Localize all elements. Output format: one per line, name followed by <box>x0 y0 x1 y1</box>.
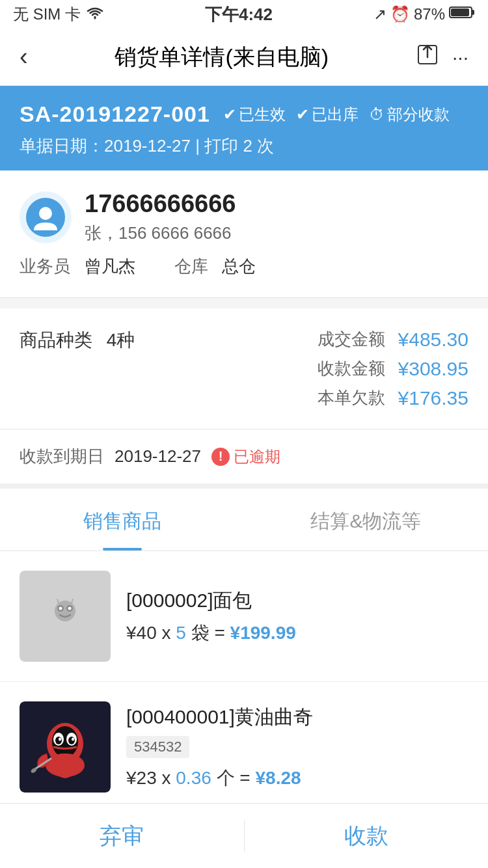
avatar <box>20 191 72 243</box>
svg-point-4 <box>39 207 52 220</box>
owed-amount-label: 本单欠款 <box>318 387 385 409</box>
received-amount-value: ¥308.95 <box>398 358 468 380</box>
customer-id: 17666666666 <box>85 190 468 218</box>
sim-text: 无 SIM 卡 <box>13 4 81 25</box>
status-badges: ✔ 已生效 ✔ 已出库 ⏱ 部分收款 <box>223 104 450 125</box>
deal-amount-value: ¥485.30 <box>398 329 468 351</box>
list-item: [000400001]黄油曲奇 534532 ¥23 x 0.36 个 = ¥8… <box>0 682 488 813</box>
svg-rect-2 <box>451 8 469 16</box>
order-header: SA-20191227-001 ✔ 已生效 ✔ 已出库 ⏱ 部分收款 单据日期：… <box>0 86 488 170</box>
check-icon-2: ✔ <box>296 105 309 124</box>
product-thumb-1 <box>20 571 111 662</box>
nav-actions: ··· <box>416 43 468 71</box>
nav-bar: ‹ 销货单详情(来自电脑) ··· <box>0 29 488 86</box>
due-label: 收款到期日 <box>20 445 104 468</box>
product-name-1: [0000002]面包 <box>126 588 468 614</box>
tab-sales-products[interactable]: 销售商品 <box>0 489 244 550</box>
sales-label: 业务员 <box>20 256 70 276</box>
status-time: 下午4:42 <box>205 3 273 26</box>
share-button[interactable] <box>416 43 439 71</box>
cancel-button[interactable]: 弃审 <box>0 808 244 864</box>
product-count-area: 商品种类 4种 <box>20 328 135 353</box>
battery-text: 87% <box>414 5 445 23</box>
product-total-1: ¥199.99 <box>230 623 296 643</box>
status-left: 无 SIM 卡 <box>13 4 104 25</box>
tabs-section: 销售商品 结算&物流等 <box>0 489 488 551</box>
more-button[interactable]: ··· <box>452 46 468 68</box>
amounts-right: 成交金额 ¥485.30 收款金额 ¥308.95 本单欠款 ¥176.35 <box>318 328 468 409</box>
svg-point-17 <box>59 738 61 741</box>
overdue-text: 已逾期 <box>234 446 280 467</box>
list-item: [0000002]面包 ¥40 x 5 袋 = ¥199.99 <box>0 551 488 682</box>
confirm-button[interactable]: 收款 <box>245 808 489 864</box>
bottom-bar: 弃审 收款 <box>0 803 488 868</box>
order-id: SA-20191227-001 <box>20 102 210 127</box>
product-total-2: ¥8.28 <box>255 768 301 788</box>
svg-point-5 <box>55 601 75 621</box>
due-date: 2019-12-27 <box>115 446 201 467</box>
warehouse-value: 总仓 <box>222 256 256 276</box>
overdue-icon: ! <box>211 448 230 466</box>
product-qty-2: 0.36 <box>176 768 211 788</box>
overdue-badge: ! 已逾期 <box>211 446 280 467</box>
sales-person: 曾凡杰 <box>85 256 135 276</box>
product-price-1: ¥40 x 5 袋 = ¥199.99 <box>126 621 468 645</box>
svg-point-15 <box>55 737 62 744</box>
location-icon: ↗ <box>373 5 386 23</box>
received-amount-row: 收款金额 ¥308.95 <box>318 357 468 380</box>
separator-1 <box>0 298 488 308</box>
svg-point-8 <box>59 607 62 610</box>
product-list: [0000002]面包 ¥40 x 5 袋 = ¥199.99 <box>0 551 488 813</box>
wifi-icon <box>86 5 104 23</box>
received-amount-label: 收款金额 <box>318 357 385 380</box>
warehouse-label: 仓库 <box>174 256 208 276</box>
product-thumb-2 <box>20 701 111 793</box>
owed-amount-row: 本单欠款 ¥176.35 <box>318 387 468 409</box>
product-info-2: [000400001]黄油曲奇 534532 ¥23 x 0.36 个 = ¥8… <box>126 704 468 791</box>
tab-settlement[interactable]: 结算&物流等 <box>244 489 488 550</box>
status-right: ↗ ⏰ 87% <box>373 5 475 23</box>
check-icon-1: ✔ <box>223 105 236 124</box>
product-info-1: [0000002]面包 ¥40 x 5 袋 = ¥199.99 <box>126 588 468 645</box>
page-title: 销货单详情(来自电脑) <box>115 42 329 72</box>
svg-point-16 <box>68 737 75 744</box>
deal-amount-label: 成交金额 <box>318 328 385 351</box>
product-count: 商品种类 4种 <box>20 328 135 353</box>
product-name-2: [000400001]黄油曲奇 <box>126 704 468 731</box>
order-date: 单据日期：2019-12-27 | 打印 2 次 <box>20 135 468 157</box>
customer-name-phone: 张，156 6666 6666 <box>85 222 468 245</box>
svg-point-18 <box>72 738 74 741</box>
battery-icon <box>449 5 475 23</box>
back-button[interactable]: ‹ <box>20 43 28 71</box>
deal-amount-row: 成交金额 ¥485.30 <box>318 328 468 351</box>
svg-point-9 <box>68 607 72 610</box>
product-qty-1: 5 <box>176 623 186 643</box>
product-sku-2: 534532 <box>126 736 189 758</box>
svg-rect-1 <box>472 10 474 15</box>
status-partial: ⏱ 部分收款 <box>369 104 450 125</box>
due-section: 收款到期日 2019-12-27 ! 已逾期 <box>0 429 488 489</box>
customer-section: 17666666666 张，156 6666 6666 业务员 曾凡杰 仓库 总… <box>0 170 488 298</box>
status-shipped: ✔ 已出库 <box>296 104 359 125</box>
customer-meta: 业务员 曾凡杰 仓库 总仓 <box>20 255 468 278</box>
status-bar: 无 SIM 卡 下午4:42 ↗ ⏰ 87% <box>0 0 488 29</box>
clock-icon: ⏱ <box>369 105 385 124</box>
alarm-icon: ⏰ <box>390 5 410 23</box>
product-price-2: ¥23 x 0.36 个 = ¥8.28 <box>126 766 468 791</box>
status-effected: ✔ 已生效 <box>223 104 286 125</box>
owed-amount-value: ¥176.35 <box>398 387 468 409</box>
amounts-section: 商品种类 4种 成交金额 ¥485.30 收款金额 ¥308.95 本单欠款 ¥… <box>0 308 488 429</box>
